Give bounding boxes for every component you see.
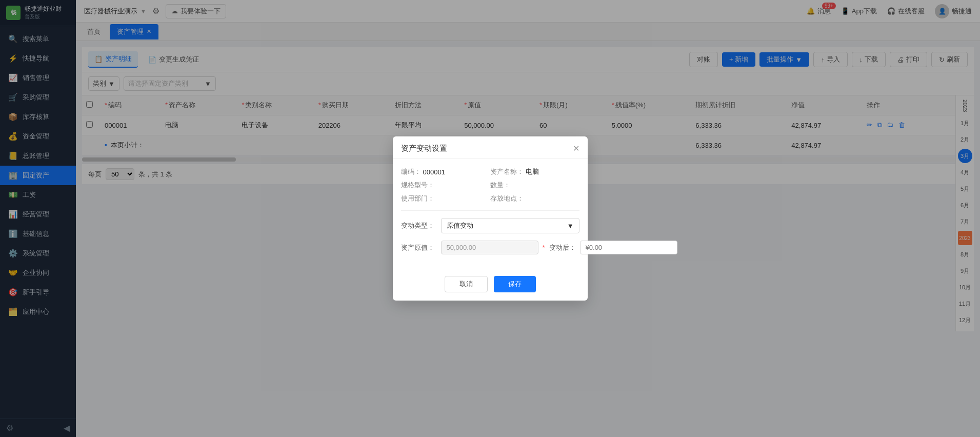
change-type-label: 变动类型： [401,221,437,230]
original-value-field: 资产原值： * 变动后： [401,241,579,254]
save-button[interactable]: 保存 [494,276,536,292]
original-value-input [441,241,538,254]
modal-close-button[interactable]: ✕ [573,144,579,153]
modal-body: 编码： 000001 资产名称： 电脑 规格型号： 数量： 使用部门： [393,159,588,270]
change-type-field: 变动类型： 原值变动 ▼ [401,218,579,233]
modal-title: 资产变动设置 [401,144,447,153]
change-type-chevron-icon: ▼ [567,222,574,230]
original-value-label: 资产原值： [401,243,437,252]
modal-overlay: 资产变动设置 ✕ 编码： 000001 资产名称： 电脑 规格型号： 数量： [0,0,980,437]
modal-header: 资产变动设置 ✕ [393,136,588,159]
asset-change-modal: 资产变动设置 ✕ 编码： 000001 资产名称： 电脑 规格型号： 数量： [393,136,588,301]
after-value-input[interactable] [580,241,677,254]
modal-footer: 取消 保存 [393,270,588,301]
change-type-select[interactable]: 原值变动 ▼ [441,218,579,233]
cancel-button[interactable]: 取消 [445,276,488,292]
modal-info-grid: 编码： 000001 资产名称： 电脑 规格型号： 数量： 使用部门： [401,167,579,203]
